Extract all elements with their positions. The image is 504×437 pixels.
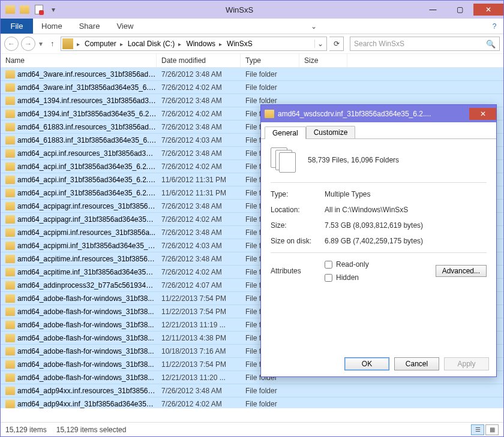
search-input[interactable] <box>354 40 486 48</box>
refresh-button[interactable]: ⟳ <box>329 37 344 51</box>
chevron-right-icon[interactable]: ▸ <box>177 41 182 47</box>
file-name: amd64_3ware.inf_31bf3856ad364e35_6.2.... <box>17 83 157 92</box>
tab-general[interactable]: General <box>265 126 306 139</box>
help-icon[interactable]: ? <box>485 19 503 34</box>
file-type: File folder <box>241 70 299 79</box>
file-name: amd64_acpi.inf_31bf3856ad364e35_6.2.92..… <box>17 176 157 184</box>
file-date: 7/26/2012 4:03 AM <box>157 242 241 250</box>
file-name: amd64_1394.inf.resources_31bf3856ad36... <box>17 97 157 105</box>
table-row[interactable]: amd64_3ware.inf_31bf3856ad364e35_6.2....… <box>1 81 503 94</box>
file-date: 7/26/2012 4:07 AM <box>157 281 241 290</box>
dialog-titlebar[interactable]: amd64_wsdscdrv.inf_31bf3856ad364e35_6.2.… <box>261 105 496 122</box>
search-box[interactable]: 🔍 <box>350 37 500 51</box>
window-title: WinSxS <box>59 5 419 14</box>
tab-share[interactable]: Share <box>71 19 109 34</box>
value-size-on-disk: 6.89 GB (7,402,259,175 bytes) <box>325 237 487 245</box>
cancel-button[interactable]: Cancel <box>394 357 439 370</box>
file-name: amd64_acpi.inf.resources_31bf3856ad364..… <box>17 149 157 158</box>
file-name: amd64_adobe-flash-for-windows_31bf38... <box>17 334 154 342</box>
column-type[interactable]: Type <box>241 54 299 67</box>
folder-icon <box>5 255 15 263</box>
qat-open-icon[interactable] <box>19 4 31 16</box>
details-view-icon[interactable]: ☰ <box>471 424 484 435</box>
crumb-computer[interactable]: Computer <box>81 40 119 48</box>
icons-view-icon[interactable]: ▦ <box>485 424 499 435</box>
qat-dropdown-icon[interactable]: ▾ <box>47 4 59 16</box>
folder-icon <box>5 176 15 184</box>
status-items: 15,129 items <box>5 426 47 434</box>
file-date: 10/18/2013 7:16 AM <box>157 347 241 355</box>
folder-app-icon <box>4 4 16 16</box>
file-date: 7/26/2012 4:02 AM <box>157 400 241 408</box>
drive-icon <box>62 38 73 49</box>
file-tab[interactable]: File <box>1 19 33 34</box>
minimize-button[interactable]: — <box>419 4 446 16</box>
folder-icon <box>5 123 15 131</box>
dialog-close-button[interactable]: ✕ <box>469 108 496 120</box>
file-name: amd64_adobe-flash-for-windows_31bf38... <box>17 308 154 316</box>
table-row[interactable]: amd64_3ware.inf.resources_31bf3856ad3...… <box>1 68 503 81</box>
file-name: amd64_acpi.inf_31bf3856ad364e35_6.2.92..… <box>17 189 157 197</box>
value-type: Multiple Types <box>325 190 487 198</box>
file-name: amd64_acpipmi.inf_31bf3856ad364e35_6.... <box>17 242 157 250</box>
table-row[interactable]: amd64_adp94xx.inf_31bf3856ad364e35_6....… <box>1 397 503 408</box>
crumb-winsxs[interactable]: WinSxS <box>223 40 255 48</box>
chevron-right-icon[interactable]: ▸ <box>218 41 223 47</box>
forward-button[interactable]: → <box>21 37 35 51</box>
file-date: 7/26/2012 3:48 AM <box>157 123 241 131</box>
tab-home[interactable]: Home <box>33 19 71 34</box>
file-date: 7/26/2012 3:48 AM <box>157 255 241 263</box>
ok-button[interactable]: OK <box>344 357 389 370</box>
crumb-windows[interactable]: Windows <box>182 40 218 48</box>
folder-icon <box>5 334 15 342</box>
apply-button[interactable]: Apply <box>444 357 489 370</box>
crumb-localdisk[interactable]: Local Disk (C:) <box>124 40 178 48</box>
column-date[interactable]: Date modified <box>157 54 241 67</box>
advanced-button[interactable]: Advanced... <box>436 265 487 277</box>
folder-icon <box>5 228 15 237</box>
qat-properties-icon[interactable] <box>33 4 45 16</box>
file-date: 7/26/2012 3:48 AM <box>157 149 241 158</box>
folder-icon <box>5 70 15 79</box>
status-selected: 15,129 items selected <box>56 426 127 434</box>
close-button[interactable]: ✕ <box>473 4 503 16</box>
quick-access-toolbar: ▾ <box>4 4 59 16</box>
file-date: 11/22/2013 7:54 PM <box>157 294 241 303</box>
file-date: 12/21/2013 11:19 ... <box>157 321 241 329</box>
file-name: amd64_adobe-flash-for-windows_31bf38... <box>17 360 154 369</box>
ribbon-tabs: File Home Share View ⌄ ? <box>1 19 503 34</box>
table-row[interactable]: amd64_adp94xx.inf.resources_31bf3856a...… <box>1 384 503 397</box>
tab-customize[interactable]: Customize <box>306 126 356 138</box>
maximize-button[interactable]: ▢ <box>446 4 473 16</box>
file-date: 7/26/2012 4:02 AM <box>157 162 241 171</box>
folder-icon <box>5 202 15 210</box>
chevron-right-icon[interactable]: ▸ <box>76 41 81 47</box>
navigation-bar: ← → ▾ ↑ ▸ Computer ▸ Local Disk (C:) ▸ W… <box>1 34 503 53</box>
back-button[interactable]: ← <box>4 37 19 51</box>
file-date: 11/22/2013 7:54 PM <box>157 308 241 316</box>
file-name: amd64_acpipagr.inf_31bf3856ad364e35_6... <box>17 215 157 224</box>
search-icon[interactable]: 🔍 <box>486 40 496 49</box>
checkbox-hidden[interactable]: Hidden <box>325 273 369 282</box>
folder-icon <box>5 268 15 276</box>
file-name: amd64_adp94xx.inf_31bf3856ad364e35_6.... <box>17 400 157 408</box>
address-bar[interactable]: ▸ Computer ▸ Local Disk (C:) ▸ Windows ▸… <box>61 37 327 51</box>
file-date: 7/26/2012 4:02 AM <box>157 268 241 276</box>
chevron-right-icon[interactable]: ▸ <box>119 41 124 47</box>
ribbon-expand-icon[interactable]: ⌄ <box>305 19 323 34</box>
folder-icon <box>5 136 15 144</box>
file-date: 11/6/2012 11:31 PM <box>157 176 241 184</box>
label-size: Size: <box>271 221 325 230</box>
file-date: 7/26/2012 3:48 AM <box>157 387 241 395</box>
column-size[interactable]: Size <box>299 54 347 67</box>
file-name: amd64_acpipagr.inf.resources_31bf3856a..… <box>17 202 157 210</box>
nav-history-dropdown-icon[interactable]: ▾ <box>38 40 44 48</box>
tab-view[interactable]: View <box>108 19 142 34</box>
column-name[interactable]: Name <box>1 54 157 67</box>
folder-icon <box>5 400 15 408</box>
address-dropdown-icon[interactable]: ⌄ <box>314 40 325 48</box>
folder-icon <box>5 347 15 355</box>
checkbox-readonly[interactable]: Read-only <box>325 260 369 269</box>
up-button[interactable]: ↑ <box>46 38 58 50</box>
column-headers: Name Date modified Type Size <box>1 53 503 68</box>
